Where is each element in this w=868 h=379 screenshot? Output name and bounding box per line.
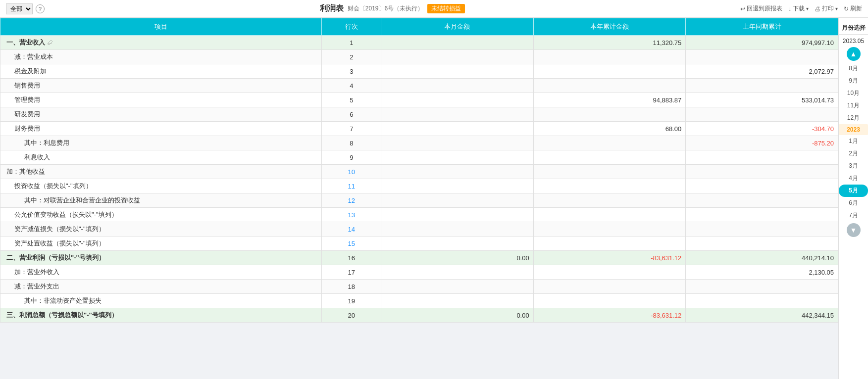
- table-cell-prev: [686, 237, 838, 251]
- table-row: 减：营业成本2: [0, 50, 838, 64]
- table-cell-rownum: 10: [322, 165, 381, 179]
- table-cell-month: [381, 122, 534, 136]
- table-row: 加：其他收益10: [0, 165, 838, 179]
- table-row: 其中：非流动资产处置损失19: [0, 294, 838, 308]
- col-header-year: 本年累计金额: [533, 18, 686, 36]
- table-cell-prev: [686, 294, 838, 308]
- table-cell-rownum: 17: [322, 265, 381, 280]
- table-cell-rownum: 15: [322, 237, 381, 251]
- table-cell-rownum: 7: [322, 122, 381, 136]
- sidebar-month-item[interactable]: 9月: [839, 75, 868, 87]
- table-cell-item: 财务费用: [0, 122, 322, 136]
- report-table: 项目 行次 本月金额 本年累计金额 上年同期累计 一、营业收入111,320.7…: [0, 18, 838, 323]
- table-cell-month: [381, 165, 534, 179]
- sidebar-month-item[interactable]: 5月: [839, 185, 868, 197]
- table-cell-item: 管理费用: [0, 93, 322, 107]
- table-row: 财务费用768.00-304.70: [0, 122, 838, 136]
- sidebar-month-item[interactable]: 3月: [839, 160, 868, 172]
- table-cell-item: 研发费用: [0, 107, 322, 122]
- sidebar-month-item[interactable]: 7月: [839, 209, 868, 222]
- table-cell-month: [381, 93, 534, 107]
- table-cell-month: [381, 36, 534, 50]
- sidebar-month-item[interactable]: 12月: [839, 112, 868, 124]
- table-cell-prev: 974,997.10: [686, 36, 838, 50]
- table-cell-rownum: 9: [322, 150, 381, 165]
- table-cell-rownum: 19: [322, 294, 381, 308]
- table-header-row: 项目 行次 本月金额 本年累计金额 上年同期累计: [0, 18, 838, 36]
- print-chevron-icon: ▾: [835, 6, 838, 11]
- table-cell-prev: [686, 107, 838, 122]
- page-wrapper: 全部 ? 利润表 财会〔2019〕6号（未执行） 未结转损益 ↩ 回退到原报表 …: [0, 0, 868, 379]
- table-cell-month: 0.00: [381, 308, 534, 323]
- sidebar: 月份选择 2023.05 ▲ 8月9月10月11月12月20231月2月3月4月…: [838, 18, 868, 379]
- table-row: 一、营业收入111,320.75974,997.10: [0, 36, 838, 50]
- print-button[interactable]: 🖨 打印 ▾: [815, 4, 838, 13]
- sidebar-year: 2023.05: [839, 37, 868, 46]
- table-row: 三、利润总额（亏损总额以"-"号填列）200.00-83,631.12442,3…: [0, 308, 838, 323]
- sidebar-month-item[interactable]: 11月: [839, 99, 868, 112]
- table-cell-month: 0.00: [381, 251, 534, 265]
- sidebar-month-item[interactable]: 6月: [839, 197, 868, 209]
- table-row: 资产处置收益（损失以"-"填列）15: [0, 237, 838, 251]
- table-cell-month: [381, 107, 534, 122]
- table-cell-prev: [686, 193, 838, 208]
- table-cell-rownum: 6: [322, 107, 381, 122]
- sidebar-scroll-down-button[interactable]: ▼: [847, 223, 861, 237]
- back-to-original-button[interactable]: ↩ 回退到原报表: [740, 4, 782, 13]
- sidebar-month-item[interactable]: 4月: [839, 172, 868, 185]
- col-header-month: 本月金额: [381, 18, 534, 36]
- sidebar-month-item[interactable]: 8月: [839, 62, 868, 75]
- table-cell-year: -83,631.12: [533, 251, 686, 265]
- table-cell-prev: 533,014.73: [686, 93, 838, 107]
- table-row: 税金及附加32,072.97: [0, 64, 838, 79]
- table-area[interactable]: 项目 行次 本月金额 本年累计金额 上年同期累计 一、营业收入111,320.7…: [0, 18, 838, 379]
- table-cell-item: 税金及附加: [0, 64, 322, 79]
- table-cell-year: [533, 237, 686, 251]
- table-row: 加：营业外收入172,130.05: [0, 265, 838, 280]
- table-cell-year: [533, 222, 686, 237]
- table-cell-item: 其中：对联营企业和合营企业的投资收益: [0, 193, 322, 208]
- table-cell-prev: 440,214.10: [686, 251, 838, 265]
- table-cell-item: 资产减值损失（损失以"-"填列）: [0, 222, 322, 237]
- sidebar-scroll-up-button[interactable]: ▲: [847, 47, 861, 61]
- sidebar-month-item[interactable]: 2023: [839, 124, 868, 135]
- table-cell-month: [381, 79, 534, 93]
- sidebar-months: 8月9月10月11月12月20231月2月3月4月5月6月7月: [839, 62, 868, 222]
- table-row: 其中：对联营企业和合营企业的投资收益12: [0, 193, 838, 208]
- table-row: 管理费用594,883.87533,014.73: [0, 93, 838, 107]
- table-cell-prev: -304.70: [686, 122, 838, 136]
- table-cell-item: 投资收益（损失以"-"填列）: [0, 179, 322, 193]
- table-cell-year: [533, 107, 686, 122]
- table-cell-year: -83,631.12: [533, 308, 686, 323]
- table-cell-rownum: 3: [322, 64, 381, 79]
- table-cell-month: [381, 208, 534, 222]
- table-cell-month: [381, 294, 534, 308]
- sidebar-month-item[interactable]: 10月: [839, 87, 868, 99]
- table-cell-rownum: 2: [322, 50, 381, 64]
- sidebar-month-item[interactable]: 1月: [839, 135, 868, 147]
- table-cell-year: 94,883.87: [533, 93, 686, 107]
- download-icon: ↓: [788, 5, 791, 12]
- table-cell-month: [381, 150, 534, 165]
- refresh-button[interactable]: ↻ 刷新: [844, 4, 862, 13]
- table-cell-item: 二、营业利润（亏损以"-"号填列）: [0, 251, 322, 265]
- table-cell-year: [533, 280, 686, 294]
- table-cell-year: [533, 193, 686, 208]
- table-cell-item: 加：其他收益: [0, 165, 322, 179]
- print-icon: 🖨: [815, 5, 820, 12]
- table-cell-prev: 442,344.15: [686, 308, 838, 323]
- table-cell-year: [533, 265, 686, 280]
- table-cell-item: 其中：利息费用: [0, 136, 322, 150]
- help-icon[interactable]: ?: [36, 4, 45, 13]
- edit-icon[interactable]: [47, 39, 55, 47]
- header-left: 全部 ?: [6, 3, 45, 14]
- table-row: 销售费用4: [0, 79, 838, 93]
- scope-dropdown[interactable]: 全部: [6, 3, 33, 14]
- table-cell-item: 资产处置收益（损失以"-"填列）: [0, 237, 322, 251]
- col-header-item: 项目: [0, 18, 322, 36]
- download-button[interactable]: ↓ 下载 ▾: [788, 4, 809, 13]
- table-cell-item: 加：营业外收入: [0, 265, 322, 280]
- table-cell-month: [381, 265, 534, 280]
- sidebar-month-item[interactable]: 2月: [839, 147, 868, 160]
- table-cell-prev: [686, 280, 838, 294]
